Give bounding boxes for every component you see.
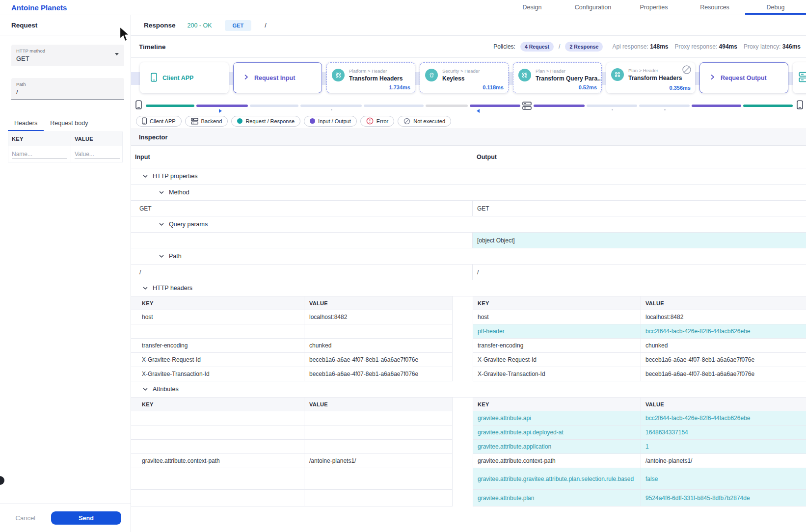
inspector-group-http-headers[interactable]: HTTP headers	[131, 280, 806, 296]
nav-tab-debug[interactable]: Debug	[745, 0, 806, 15]
client-app-icon	[135, 100, 142, 111]
transform-query-para-policy-icon	[518, 69, 531, 81]
inspector-group-path[interactable]: Path	[131, 248, 806, 265]
io-column-headers: Input Output	[131, 146, 806, 168]
header-value-input[interactable]	[75, 150, 120, 159]
inspector-group-attributes[interactable]: Attributes	[131, 381, 806, 398]
input-column-header: Input	[131, 154, 473, 160]
nav-tab-configuration[interactable]: Configuration	[563, 0, 623, 15]
group-label: Path	[169, 253, 182, 260]
top-bar: Antoine Planets DesignConfigurationPrope…	[0, 0, 806, 15]
transform-headers-policy-icon	[611, 68, 624, 81]
inspector-table-row: ptf-headerbcc2f644-facb-426e-82f6-44facb…	[131, 324, 806, 339]
not-executed-icon	[682, 65, 692, 75]
nav-tab-resources[interactable]: Resources	[684, 0, 745, 15]
output-key-cell: gravitee.attribute.application	[473, 440, 641, 454]
debug-main: Response 200 - OK GET / Timeline Policie…	[131, 15, 806, 532]
output-value-cell: false	[641, 468, 806, 490]
column-gap	[453, 490, 473, 506]
http-method-select[interactable]: HTTP method GET	[11, 45, 124, 66]
policy-duration: 0.52ms	[579, 84, 597, 90]
output-value-cell: localhost:8482	[641, 310, 806, 324]
response-policies-badge: 2 Response	[565, 42, 603, 52]
timeline-legend: Client APPBackendRequest / ResponseInput…	[131, 113, 806, 129]
input-value-cell	[131, 233, 473, 248]
input-value-cell: localhost:8482	[304, 310, 453, 324]
timeline-card-policy-transform-headers[interactable]: Plan > HeaderTransform Headers0.356ms	[606, 62, 695, 93]
timeline-card-policy-transform-query-para[interactable]: Plan > HeaderTransform Query Para...0.52…	[513, 62, 602, 93]
output-value-cell: bcc2f644-facb-426e-82f6-44facb626ebe	[641, 411, 806, 426]
request-panel-footer: Cancel Send	[0, 504, 131, 532]
chevron-down-icon	[159, 221, 164, 227]
timeline-card-policy-keyless[interactable]: Security > HeaderKeyless0.118ms	[420, 62, 509, 93]
policy-name: Transform Headers	[628, 75, 695, 81]
chevron-down-icon	[159, 253, 164, 259]
column-gap	[453, 353, 473, 367]
metric-value: 148ms	[650, 43, 668, 50]
timeline-card-policy-transform-headers[interactable]: Platform > HeaderTransform Headers1.734m…	[326, 62, 415, 93]
column-gap	[453, 310, 473, 324]
legend-label: Input / Output	[318, 118, 351, 124]
output-key-cell: gravitee.attribute.api.deployed-at	[473, 426, 641, 440]
input-value-cell	[304, 411, 453, 426]
request-response-dot-icon	[237, 118, 242, 124]
output-key-cell: transfer-encoding	[473, 339, 641, 353]
request-body-tabs: HeadersRequest body	[0, 115, 131, 131]
group-label: HTTP properties	[153, 173, 197, 180]
inspector-group-query-params[interactable]: Query params	[131, 216, 806, 233]
cancel-button[interactable]: Cancel	[16, 514, 35, 522]
client-app-icon	[142, 117, 147, 125]
legend-label: Not executed	[413, 118, 445, 124]
nav-tab-design[interactable]: Design	[502, 0, 563, 15]
timeline-card-client-app[interactable]: Client APP	[140, 62, 229, 93]
column-header: VALUE	[304, 398, 453, 411]
inspector-table-row: X-Gravitee-Transaction-Idbeceb1a6-a6ae-4…	[131, 367, 806, 381]
timeline-card-request-input[interactable]: Request Input	[233, 62, 322, 93]
metric-value: 494ms	[719, 43, 737, 50]
output-key-cell: gravitee.attribute.context-path	[473, 454, 641, 468]
column-gap	[453, 367, 473, 381]
legend-label: Error	[376, 118, 388, 124]
output-value-cell: [object Object]	[473, 233, 806, 248]
metric-label: Proxy latency:	[744, 43, 782, 50]
group-label: HTTP headers	[153, 285, 192, 292]
timeline-card-backend[interactable]	[793, 62, 806, 93]
card-label: Request Output	[721, 75, 767, 81]
chevron-down-icon	[142, 386, 148, 392]
legend-chip-backend: Backend	[185, 116, 228, 127]
timeline-card-request-output[interactable]: Request Output	[699, 62, 788, 93]
tab-headers[interactable]: Headers	[8, 115, 44, 131]
column-gap	[453, 454, 473, 468]
timeline-header: Timeline Policies: 4 Request / 2 Respons…	[131, 36, 806, 58]
legend-label: Request / Response	[245, 118, 295, 124]
input-output-dot-icon	[310, 118, 315, 124]
tick-dot	[664, 109, 666, 110]
inspector-group-http-properties[interactable]: HTTP properties	[131, 168, 806, 185]
output-key-cell: gravitee.attribute.plan	[473, 490, 641, 506]
inspector-value-row: GETGET	[131, 201, 806, 216]
inspector-value-row: //	[131, 265, 806, 280]
chevron-down-icon	[159, 189, 164, 195]
input-value-cell: GET	[131, 201, 473, 216]
legend-chip-request-response: Request / Response	[231, 116, 300, 127]
timeline-bar-segment	[587, 105, 637, 107]
header-name-input[interactable]	[12, 150, 67, 159]
response-title: Response	[144, 22, 176, 29]
path-input[interactable]: Path /	[11, 78, 124, 100]
timeline-summary: Policies: 4 Request / 2 Response Api res…	[493, 42, 801, 52]
tab-request-body[interactable]: Request body	[44, 115, 94, 131]
inspector-table-row: gravitee.attribute.apibcc2f644-facb-426e…	[131, 411, 806, 426]
path-label: Path	[16, 81, 119, 87]
request-policies-badge: 4 Request	[520, 42, 554, 52]
nav-tab-properties[interactable]: Properties	[623, 0, 684, 15]
input-key-cell: host	[131, 310, 304, 324]
column-header: VALUE	[304, 296, 453, 310]
column-gap	[453, 398, 473, 411]
group-label: Method	[169, 189, 189, 196]
output-key-cell: gravitee.attribute.api	[473, 411, 641, 426]
column-header: KEY	[131, 296, 304, 310]
inspector-group-method[interactable]: Method	[131, 185, 806, 201]
chevron-down-icon	[115, 53, 119, 55]
send-button[interactable]: Send	[51, 511, 121, 525]
output-value-cell: /antoine-planets1/	[641, 454, 806, 468]
